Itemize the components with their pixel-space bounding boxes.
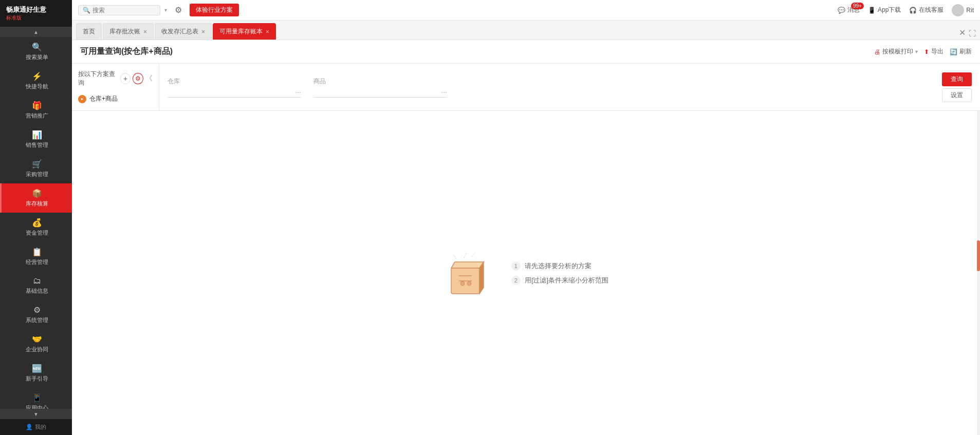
service-button[interactable]: 🎧 在线客服 — [909, 6, 944, 14]
search-icon: 🔍 — [83, 7, 90, 14]
sidebar-item-appstore[interactable]: 📱 应用中心 — [0, 388, 72, 409]
goods-more-icon[interactable]: ··· — [441, 88, 447, 96]
avatar — [952, 4, 964, 16]
sidebar-scroll-up[interactable]: ▲ — [0, 27, 72, 37]
app-logo: 畅康通好生意 标准版 — [0, 0, 72, 27]
svg-line-10 — [453, 254, 456, 259]
sidebar-item-inventory[interactable]: 📦 库存核算 — [0, 183, 72, 213]
sidebar-item-guide[interactable]: 🆕 新手引导 — [0, 358, 72, 388]
search-dropdown-icon[interactable]: ▾ — [164, 7, 167, 13]
gear-icon: ⚙ — [175, 5, 182, 15]
tab-home[interactable]: 首页 — [76, 23, 102, 40]
sidebar: 畅康通好生意 标准版 ▲ 🔍 搜索菜单 ⚡ 快捷导航 🎁 营销推广 📊 销售管理… — [0, 0, 72, 435]
refresh-icon: 🔄 — [950, 48, 957, 55]
sidebar-item-cooperation[interactable]: 🤝 企业协同 — [0, 329, 72, 358]
print-button[interactable]: 🖨 按模板打印 ▾ — [874, 47, 918, 56]
filter-actions: 查询 设置 — [942, 72, 972, 102]
shortcut-icon: ⚡ — [32, 71, 42, 81]
print-dropdown-icon[interactable]: ▾ — [915, 49, 918, 54]
message-button[interactable]: 💬 消息 99+ — [838, 6, 860, 14]
goods-input-wrapper: ··· — [313, 88, 447, 98]
sidebar-item-sales[interactable]: 📊 销售管理 — [0, 125, 72, 154]
tab-inventory-summary[interactable]: 收发存汇总表 × — [155, 23, 212, 40]
export-icon: ⬆ — [924, 48, 929, 55]
sidebar-item-basic-info[interactable]: 🗂 基础信息 — [0, 271, 72, 300]
search-icon: 🔍 — [32, 42, 42, 52]
print-icon: 🖨 — [874, 48, 880, 55]
system-icon: ⚙ — [33, 305, 41, 315]
basic-info-icon: 🗂 — [33, 276, 41, 286]
filter-add-button[interactable]: + — [120, 73, 131, 84]
sidebar-item-system[interactable]: ⚙ 系统管理 — [0, 300, 72, 329]
inventory-icon: 📦 — [32, 188, 42, 198]
topbar: 🔍 ▾ ⚙ 体验行业方案 💬 消息 99+ 📱 App下载 🎧 在线客服 — [72, 0, 980, 21]
sidebar-item-purchase[interactable]: 🛒 采购管理 — [0, 154, 72, 183]
warehouse-label: 仓库 — [168, 77, 301, 86]
svg-point-7 — [467, 281, 471, 286]
tab-available-inventory-label: 可用量库存账本 — [219, 27, 263, 36]
filter-header: 按以下方案查询 + ⚙ 《 — [72, 68, 159, 91]
query-button[interactable]: 查询 — [942, 72, 972, 86]
tabs-close-all-button[interactable]: ✕ — [959, 28, 966, 40]
tabs-bar: 首页 库存批次账 × 收发存汇总表 × 可用量库存账本 × ✕ ⛶ — [72, 21, 980, 40]
user-name: Rit — [966, 7, 974, 14]
scrollbar[interactable] — [977, 111, 980, 435]
tab-inventory-batch-close[interactable]: × — [143, 28, 147, 35]
hint-text-2: 用[过滤]条件来缩小分析范围 — [525, 276, 608, 285]
operations-icon: 📋 — [32, 247, 42, 257]
app-download-button[interactable]: 📱 App下载 — [868, 6, 901, 14]
filter-left-panel: 按以下方案查询 + ⚙ 《 仓库+商品 — [72, 64, 159, 110]
goods-input[interactable] — [313, 88, 439, 96]
headset-icon: 🎧 — [909, 7, 917, 14]
app-name: 畅康通好生意 — [6, 5, 66, 14]
empty-hints: 1 请先选择要分析的方案 2 用[过滤]条件来缩小分析范围 — [511, 261, 608, 285]
filter-right-panel: 仓库 ··· 商品 ··· 查询 设置 — [159, 64, 980, 110]
tab-available-inventory-close[interactable]: × — [266, 28, 269, 35]
tab-inventory-batch[interactable]: 库存批次账 × — [103, 23, 154, 40]
warehouse-field-group: 仓库 ··· — [168, 77, 301, 98]
settings-button[interactable]: 设置 — [942, 88, 972, 102]
empty-illustration — [443, 248, 495, 299]
trial-button[interactable]: 体验行业方案 — [190, 4, 239, 16]
tab-inventory-summary-close[interactable]: × — [201, 28, 205, 35]
sidebar-scroll-down[interactable]: ▼ — [0, 409, 72, 419]
sidebar-item-operations[interactable]: 📋 经营管理 — [0, 242, 72, 271]
sidebar-item-search[interactable]: 🔍 搜索菜单 — [0, 37, 72, 66]
sidebar-item-marketing[interactable]: 🎁 营销推广 — [0, 96, 72, 125]
message-icon: 💬 — [838, 7, 845, 14]
tab-available-inventory[interactable]: 可用量库存账本 × — [213, 23, 276, 40]
refresh-button[interactable]: 🔄 刷新 — [950, 47, 972, 56]
filter-collapse-button[interactable]: 《 — [145, 74, 153, 83]
main-area: 🔍 ▾ ⚙ 体验行业方案 💬 消息 99+ 📱 App下载 🎧 在线客服 — [72, 0, 980, 435]
svg-marker-2 — [451, 262, 484, 268]
sidebar-bottom[interactable]: 👤 我的 — [0, 419, 72, 435]
tab-inventory-summary-label: 收发存汇总表 — [161, 27, 198, 36]
scrollbar-thumb[interactable] — [977, 240, 980, 271]
svg-line-9 — [472, 252, 475, 257]
sales-icon: 📊 — [32, 130, 42, 140]
filter-label: 按以下方案查询 — [78, 70, 118, 87]
search-box[interactable]: 🔍 — [78, 5, 160, 15]
filter-settings-button[interactable]: ⚙ — [133, 73, 143, 84]
goods-field-group: 商品 ··· — [313, 77, 447, 98]
tab-inventory-batch-label: 库存批次账 — [109, 27, 140, 36]
sidebar-nav: 🔍 搜索菜单 ⚡ 快捷导航 🎁 营销推广 📊 销售管理 🛒 采购管理 📦 库存核… — [0, 37, 72, 409]
sidebar-item-finance[interactable]: 💰 资金管理 — [0, 213, 72, 242]
purchase-icon: 🛒 — [32, 159, 42, 169]
gear-button[interactable]: ⚙ — [171, 3, 186, 17]
marketing-icon: 🎁 — [32, 101, 42, 110]
sidebar-item-shortcut[interactable]: ⚡ 快捷导航 — [0, 66, 72, 96]
warehouse-more-icon[interactable]: ··· — [295, 88, 301, 96]
filter-row: 按以下方案查询 + ⚙ 《 仓库+商品 仓库 ··· — [72, 64, 980, 111]
export-button[interactable]: ⬆ 导出 — [924, 47, 944, 56]
hint-num-2: 2 — [511, 276, 521, 285]
tabs-expand-button[interactable]: ⛶ — [969, 29, 976, 40]
user-menu[interactable]: Rit — [952, 4, 974, 16]
topbar-right: 💬 消息 99+ 📱 App下载 🎧 在线客服 Rit — [838, 4, 974, 16]
warehouse-input[interactable] — [168, 88, 293, 96]
search-input[interactable] — [93, 7, 154, 14]
filter-scheme-item[interactable]: 仓库+商品 — [72, 91, 159, 106]
hint-num-1: 1 — [511, 261, 521, 271]
svg-line-8 — [464, 253, 467, 258]
svg-point-6 — [460, 281, 465, 286]
